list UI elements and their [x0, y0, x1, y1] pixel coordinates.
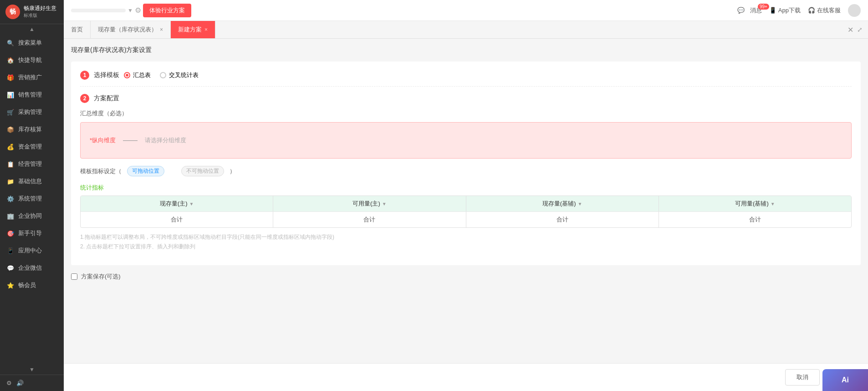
tabs-right-actions: ✕ ⤢	[848, 26, 868, 34]
messages-button[interactable]: 💬 99+ 消息	[737, 6, 762, 15]
sidebar-item-weixin[interactable]: 💬 企业微信	[0, 259, 64, 277]
sidebar-item-system[interactable]: ⚙️ 系统管理	[0, 190, 64, 207]
sidebar-scroll-up[interactable]: ▲	[0, 24, 64, 34]
tip2: 2. 点击标题栏下拉可设置排序、插入列和删除列	[80, 243, 852, 251]
indicator-row: 模板指标设定（ 可拖动位置 不可拖动位置 ）	[80, 166, 852, 176]
col1-dropdown[interactable]: 现存量(主) ▼	[160, 200, 194, 208]
col4-dropdown[interactable]: 可用量(基辅) ▼	[735, 200, 775, 208]
step2-title: 方案配置	[94, 94, 119, 103]
sidebar-item-inventory[interactable]: 📦 库存核算	[0, 121, 64, 138]
new-plan-tab-label: 新建方案	[178, 26, 202, 34]
indicator-label: 模板指标设定（	[80, 167, 122, 175]
col3-dropdown[interactable]: 现存量(基辅) ▼	[542, 200, 582, 208]
radio-cross[interactable]: 交叉统计表	[160, 71, 199, 79]
topbar-search[interactable]	[71, 9, 126, 12]
message-icon: 💬	[737, 7, 745, 14]
sidebar-item-operation[interactable]: 📋 经营管理	[0, 155, 64, 173]
sidebar-item-enterprise[interactable]: 🏢 企业协同	[0, 207, 64, 225]
step1-label: 1 选择模板 汇总表 交叉统计表	[80, 71, 852, 80]
industry-button[interactable]: 体验行业方案	[143, 4, 191, 17]
logo-text: 畅康通好生意 标准版	[24, 5, 56, 19]
col4-header[interactable]: 可用量(基辅) ▼	[659, 196, 851, 211]
building-icon: 🏢	[6, 213, 15, 220]
col2-dropdown-icon: ▼	[382, 201, 387, 206]
save-row: 方案保存(可选)	[71, 273, 861, 281]
tab-inventory[interactable]: 现存量（库存状况表） ×	[91, 21, 171, 38]
col4-body: 合计	[659, 212, 851, 227]
stats-table: 现存量(主) ▼ 可用量(主) ▼ 现存量(基辅	[80, 196, 852, 228]
settings-icon[interactable]: ⚙	[6, 380, 12, 386]
col3-dropdown-icon: ▼	[578, 201, 582, 206]
topbar: ▼ ⚙ 体验行业方案 💬 99+ 消息 📱 App下载 🎧 在线客服	[64, 0, 868, 21]
col1-header[interactable]: 现存量(主) ▼	[81, 196, 273, 211]
inventory-tab-label: 现存量（库存状况表）	[98, 26, 157, 34]
topbar-gear-icon[interactable]: ⚙	[135, 6, 141, 15]
mobile-icon: 📱	[6, 247, 15, 254]
sidebar-item-member[interactable]: ⭐ 畅会员	[0, 277, 64, 294]
app-download-button[interactable]: 📱 App下载	[769, 6, 801, 15]
col2-header[interactable]: 可用量(主) ▼	[273, 196, 466, 211]
ai-float-button[interactable]: Ai	[822, 369, 868, 391]
sidebar-item-search[interactable]: 🔍 搜索菜单	[0, 34, 64, 51]
online-service-button[interactable]: 🎧 在线客服	[808, 6, 841, 15]
main-area: ▼ ⚙ 体验行业方案 💬 99+ 消息 📱 App下载 🎧 在线客服 首页	[64, 0, 868, 391]
col2-body: 合计	[273, 212, 466, 227]
col1-dropdown-icon: ▼	[189, 201, 194, 206]
sidebar-scroll-down[interactable]: ▼	[0, 365, 64, 375]
money-icon: 💰	[6, 144, 15, 150]
sidebar-item-finance[interactable]: 💰 资金管理	[0, 138, 64, 155]
col2-dropdown[interactable]: 可用量(主) ▼	[352, 200, 387, 208]
sidebar-item-appcenter[interactable]: 📱 应用中心	[0, 242, 64, 259]
col4-dropdown-icon: ▼	[771, 201, 775, 206]
col3-body: 合计	[466, 212, 659, 227]
headset-icon: 🎧	[808, 7, 815, 14]
col3-header[interactable]: 现存量(基辅) ▼	[466, 196, 659, 211]
tabs-close-button[interactable]: ✕	[848, 26, 853, 34]
tabs-expand-button[interactable]: ⤢	[857, 26, 863, 33]
chat-icon: 💬	[6, 265, 15, 272]
new-plan-tab-close-icon[interactable]: ×	[204, 26, 208, 33]
volume-icon[interactable]: 🔊	[16, 380, 24, 386]
dimension-box[interactable]: *纵向维度 —— 请选择分组维度	[80, 122, 852, 159]
tab-new-plan[interactable]: 新建方案 ×	[171, 21, 215, 38]
sidebar-item-sales[interactable]: 📊 销售管理	[0, 86, 64, 103]
tip1: 1.拖动标题栏可以调整布局，不可跨维度或指标区域拖动栏目字段(只能在同一维度或指…	[80, 233, 852, 241]
stats-table-body-row: 合计 合计 合计 合计	[81, 211, 851, 227]
indicator-suffix: ）	[230, 167, 235, 175]
stats-table-header: 现存量(主) ▼ 可用量(主) ▼ 现存量(基辅	[81, 196, 851, 211]
star-icon: ⭐	[6, 282, 15, 289]
sidebar-item-newuser[interactable]: 🎯 新手引导	[0, 225, 64, 242]
radio-summary[interactable]: 汇总表	[124, 71, 151, 79]
home-icon: 🏠	[6, 57, 15, 64]
folder-icon: 📁	[6, 178, 15, 185]
sidebar-item-purchase[interactable]: 🛒 采购管理	[0, 103, 64, 121]
home-tab-label: 首页	[71, 26, 83, 34]
content-area: 现存量(库存状况表)方案设置 1 选择模板 汇总表 交叉统计表	[64, 39, 868, 363]
save-checkbox[interactable]	[71, 273, 77, 280]
tips-section: 1.拖动标题栏可以调整布局，不可跨维度或指标区域拖动栏目字段(只能在同一维度或指…	[80, 233, 852, 251]
gift-icon: 🎁	[6, 74, 15, 81]
inventory-tab-close-icon[interactable]: ×	[160, 26, 163, 33]
save-label: 方案保存(可选)	[81, 273, 121, 281]
messages-badge: 99+	[758, 4, 769, 10]
template-radio-group: 汇总表 交叉统计表	[124, 71, 199, 79]
chip-draggable: 可拖动位置	[127, 166, 164, 176]
search-icon: 🔍	[6, 40, 15, 46]
tab-home[interactable]: 首页	[64, 21, 91, 38]
phone-icon: 📱	[769, 7, 776, 14]
cancel-button[interactable]: 取消	[785, 369, 820, 386]
user-avatar[interactable]	[848, 4, 861, 17]
dimension-required-label: *纵向维度	[90, 136, 116, 144]
col1-body: 合计	[81, 212, 273, 227]
radio-cross-label: 交叉统计表	[169, 71, 199, 79]
step2-number: 2	[80, 94, 89, 103]
sidebar-item-shortcut[interactable]: 🏠 快捷导航	[0, 51, 64, 69]
sidebar-item-marketing[interactable]: 🎁 营销推广	[0, 69, 64, 86]
sidebar-logo: 畅 畅康通好生意 标准版	[0, 0, 64, 24]
cart-icon: 🛒	[6, 109, 15, 116]
topbar-chevron-icon[interactable]: ▼	[128, 7, 133, 14]
sidebar-item-basic[interactable]: 📁 基础信息	[0, 173, 64, 190]
target-icon: 🎯	[6, 230, 15, 237]
dimension-placeholder: 请选择分组维度	[145, 136, 186, 144]
topbar-right: 💬 99+ 消息 📱 App下载 🎧 在线客服	[737, 4, 861, 17]
